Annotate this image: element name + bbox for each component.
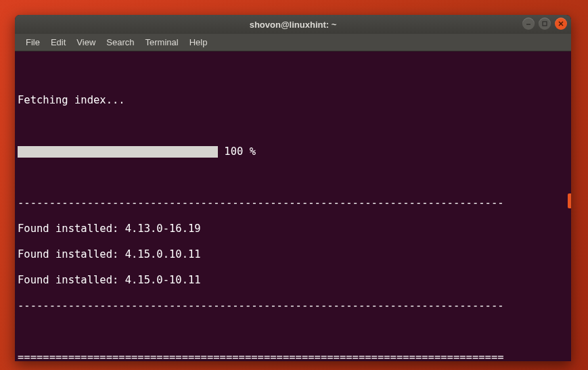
svg-rect-1 xyxy=(543,22,547,26)
installed-line: Found installed: 4.13.0-16.19 xyxy=(18,223,568,235)
fetching-line: Fetching index... xyxy=(18,94,568,107)
window-controls xyxy=(522,18,567,30)
installed-line: Found installed: 4.15.0.10.11 xyxy=(18,248,568,261)
progress-bar xyxy=(18,146,218,158)
scrollbar-thumb[interactable] xyxy=(568,193,571,208)
menu-edit[interactable]: Edit xyxy=(45,35,71,49)
minimize-button[interactable] xyxy=(522,18,535,30)
window-title: shovon@linuxhint: ~ xyxy=(15,20,571,30)
maximize-button[interactable] xyxy=(539,18,551,30)
menu-search[interactable]: Search xyxy=(101,35,139,49)
progress-label: 100 % xyxy=(218,145,256,158)
progress-line: 100 % xyxy=(18,145,568,158)
menu-file[interactable]: File xyxy=(20,35,45,49)
menu-terminal[interactable]: Terminal xyxy=(140,35,184,49)
menubar: File Edit View Search Terminal Help xyxy=(15,34,571,51)
separator-dash: ----------------------------------------… xyxy=(18,300,568,313)
terminal-window: shovon@linuxhint: ~ File Edit View Searc… xyxy=(15,15,571,361)
titlebar: shovon@linuxhint: ~ xyxy=(15,15,571,34)
separator-dash: ----------------------------------------… xyxy=(18,197,568,210)
terminal-output[interactable]: Fetching index... 100 % ----------------… xyxy=(15,51,571,361)
installed-line: Found installed: 4.15.0-10.11 xyxy=(18,274,568,287)
menu-help[interactable]: Help xyxy=(184,35,213,49)
menu-view[interactable]: View xyxy=(71,35,101,49)
separator-eq: ========================================… xyxy=(18,351,568,361)
close-button[interactable] xyxy=(555,18,567,30)
